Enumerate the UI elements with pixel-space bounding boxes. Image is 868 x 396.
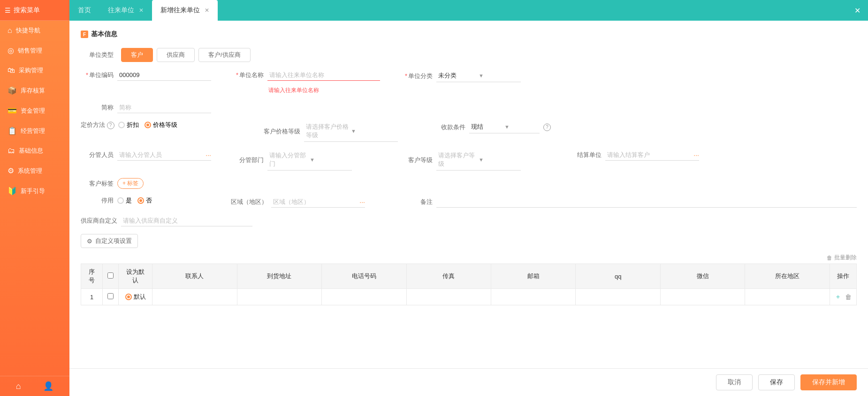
tab-new-partner-close[interactable]: ✕: [205, 7, 209, 14]
radio-yes[interactable]: 是: [117, 196, 132, 205]
sidebar-user-btn[interactable]: 👤: [43, 381, 53, 391]
radio-no[interactable]: 否: [137, 196, 152, 205]
unit-name-label: *单位名称: [231, 71, 264, 79]
region-label: 区域（地区）: [231, 198, 267, 206]
department-placeholder: 请输入分管部门: [269, 151, 310, 168]
cancel-button[interactable]: 取消: [716, 374, 753, 390]
manager-row: 分管人员 ··· 分管部门 请输入分管部门 ▼ 客户等级 请选择客户等级 ▼: [81, 149, 857, 171]
sidebar-home-btn[interactable]: ⌂: [16, 381, 21, 391]
tab-partners-close[interactable]: ✕: [139, 7, 144, 14]
settlement-unit-more-btn[interactable]: ···: [693, 151, 699, 159]
sidebar-item-purchase[interactable]: 🛍 采购管理: [0, 61, 69, 80]
custom-settings-btn[interactable]: ⚙ 自定义项设置: [81, 234, 138, 248]
batch-delete-btn[interactable]: 🗑 批量删除: [827, 254, 857, 262]
unit-type-buttons: 客户 供应商 客户/供应商: [121, 48, 251, 62]
chevron-down-icon-5: ▼: [479, 157, 519, 163]
qq-input[interactable]: [580, 294, 655, 301]
section-title-text: 基本信息: [91, 30, 117, 39]
type-btn-customer[interactable]: 客户: [121, 48, 153, 62]
customer-level-select[interactable]: 请选择客户等级 ▼: [436, 149, 521, 171]
manager-more-btn[interactable]: ···: [206, 151, 211, 159]
region-more-btn[interactable]: ···: [359, 198, 365, 206]
disabled-radio-group: 是 否: [117, 196, 152, 205]
col-email: 邮箱: [491, 264, 576, 289]
region-table-input[interactable]: [750, 294, 824, 301]
add-row-btn[interactable]: ＋: [835, 293, 841, 301]
email-input[interactable]: [496, 294, 571, 301]
department-select[interactable]: 请输入分管部门 ▼: [267, 149, 352, 171]
save-button[interactable]: 保存: [758, 374, 795, 390]
sidebar-item-finance[interactable]: 💳 资金管理: [0, 101, 69, 121]
system-icon: ⚙: [8, 166, 14, 175]
settlement-unit-label: 结算单位: [569, 151, 602, 159]
cell-address: [237, 289, 321, 305]
short-name-input[interactable]: [117, 102, 211, 113]
gear-icon: ⚙: [87, 238, 92, 245]
customer-price-level-select[interactable]: 请选择客户价格等级 ▼: [304, 121, 398, 142]
fax-input[interactable]: [411, 294, 486, 301]
tab-new-partner-label: 新增往来单位: [160, 6, 200, 15]
sidebar-item-label: 库存核算: [21, 86, 45, 95]
sidebar-item-label: 采购管理: [19, 66, 43, 75]
sidebar-item-label: 销售管理: [18, 47, 42, 55]
type-btn-both[interactable]: 客户/供应商: [198, 48, 251, 62]
manager-input[interactable]: [117, 149, 204, 160]
delete-row-btn[interactable]: 🗑: [845, 293, 852, 301]
disabled-row: 停用 是 否 区域（地区） ···: [81, 196, 857, 208]
pricing-help-icon[interactable]: ?: [107, 122, 114, 129]
guide-icon: 🔰: [8, 186, 17, 195]
sidebar-item-basic-info[interactable]: 🗂 基础信息: [0, 141, 69, 161]
row-checkbox[interactable]: [107, 293, 114, 299]
sidebar-bottom: ⌂ 👤: [0, 376, 69, 396]
save-add-button[interactable]: 保存并新增: [800, 374, 857, 390]
sidebar-item-system[interactable]: ⚙ 系统管理: [0, 161, 69, 181]
delete-icon: 🗑: [827, 255, 832, 261]
region-input[interactable]: [271, 196, 358, 207]
select-all-checkbox[interactable]: [107, 272, 114, 279]
cell-check: [103, 289, 119, 305]
pricing-row: 定价方法 ? 折扣 价格等级 客户价格等级 请选择客户价: [81, 121, 857, 142]
tab-home[interactable]: 首页: [69, 0, 99, 21]
type-btn-supplier[interactable]: 供应商: [157, 48, 195, 62]
tab-bar-close-btn[interactable]: ✕: [847, 6, 868, 15]
tab-bar: 首页 往来单位 ✕ 新增往来单位 ✕ ✕: [69, 0, 868, 21]
unit-category-select[interactable]: 未分类 ▼: [436, 70, 521, 82]
payment-terms-select[interactable]: 现结 ▼: [469, 121, 540, 133]
tab-partners[interactable]: 往来单位 ✕: [99, 0, 152, 21]
radio-discount[interactable]: 折扣: [118, 121, 139, 129]
sidebar-search[interactable]: ☰ 搜索菜单: [0, 0, 69, 21]
unit-type-group: 单位类型 客户 供应商 客户/供应商: [81, 48, 857, 62]
radio-no-circle: [137, 197, 144, 204]
col-region: 所在地区: [745, 264, 830, 289]
unit-name-input[interactable]: [267, 70, 380, 81]
sidebar-item-sales[interactable]: ◎ 销售管理: [0, 40, 69, 61]
customer-price-level-group: 客户价格等级 请选择客户价格等级 ▼: [264, 121, 414, 142]
sidebar-item-guide[interactable]: 🔰 新手引导: [0, 181, 69, 201]
settlement-unit-input[interactable]: [605, 149, 692, 160]
unit-category-value: 未分类: [438, 71, 479, 80]
unit-code-input[interactable]: [117, 70, 211, 81]
tab-new-partner[interactable]: 新增往来单位 ✕: [152, 0, 218, 21]
cell-region: [745, 289, 830, 305]
remarks-group: 备注: [400, 196, 857, 208]
unit-main-row: *单位编码 *单位名称 请输入往来单位名称 *单位分类: [81, 70, 857, 94]
sidebar-item-label: 经营管理: [21, 127, 45, 135]
radio-discount-label: 折扣: [127, 121, 139, 129]
payment-help-icon[interactable]: ?: [543, 124, 551, 131]
customer-level-group: 客户等级 请选择客户等级 ▼: [400, 149, 550, 171]
address-input[interactable]: [242, 294, 317, 301]
sidebar-item-inventory[interactable]: 📦 库存核算: [0, 80, 69, 101]
wechat-input[interactable]: [665, 294, 740, 301]
sidebar-item-operations[interactable]: 📋 经营管理: [0, 121, 69, 141]
sidebar-item-label: 新手引导: [21, 187, 45, 195]
phone-input[interactable]: [327, 294, 401, 301]
contact-input[interactable]: [157, 294, 232, 301]
default-radio[interactable]: 默认: [123, 293, 147, 301]
radio-price-level[interactable]: 价格等级: [145, 121, 177, 129]
supplier-custom-input[interactable]: [121, 215, 252, 226]
add-tag-btn[interactable]: + 标签: [117, 178, 144, 189]
remarks-input[interactable]: [436, 196, 857, 207]
required-star: *: [86, 71, 88, 78]
sidebar-item-quick-nav[interactable]: ⌂ 快捷导航: [0, 21, 69, 40]
manager-group: 分管人员 ···: [81, 149, 212, 161]
